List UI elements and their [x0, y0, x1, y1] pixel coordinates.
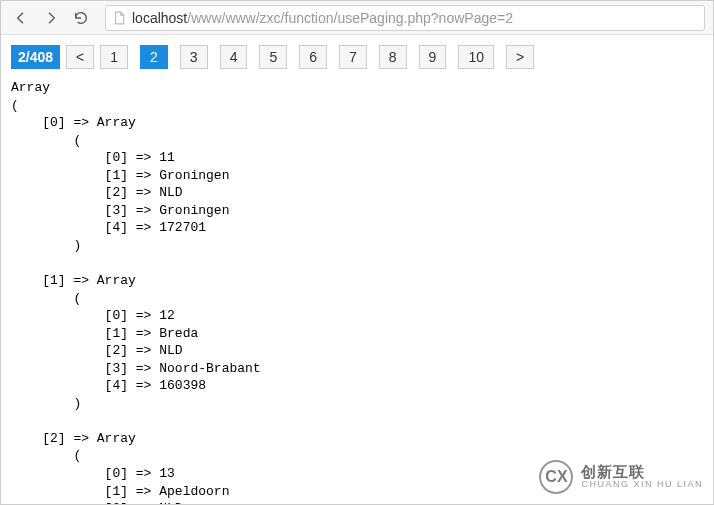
pager-prev[interactable]: < — [66, 45, 94, 69]
watermark-logo: CX — [539, 460, 573, 494]
pager-page-7[interactable]: 7 — [339, 45, 367, 69]
url-host: localhost — [132, 10, 187, 26]
pager-page-10[interactable]: 10 — [458, 45, 494, 69]
page-count-badge: 2/408 — [11, 45, 60, 69]
pager-page-5[interactable]: 5 — [259, 45, 287, 69]
reload-icon[interactable] — [69, 6, 93, 30]
page-icon — [112, 11, 126, 25]
php-array-dump: Array ( [0] => Array ( [0] => 11 [1] => … — [11, 79, 703, 505]
pager-page-6[interactable]: 6 — [299, 45, 327, 69]
pager-page-9[interactable]: 9 — [419, 45, 447, 69]
pagination: 2/408 < 12345678910 > — [11, 45, 703, 69]
browser-toolbar: localhost/www/www/zxc/function/usePaging… — [1, 1, 713, 35]
pager-next[interactable]: > — [506, 45, 534, 69]
pager-page-3[interactable]: 3 — [180, 45, 208, 69]
forward-icon[interactable] — [39, 6, 63, 30]
watermark: CX 创新互联 CHUANG XIN HU LIAN — [539, 460, 703, 494]
url-path: /www/www/zxc/function/usePaging.php?nowP… — [187, 10, 513, 26]
pager-page-2[interactable]: 2 — [140, 45, 168, 69]
watermark-cn: 创新互联 — [581, 464, 703, 481]
pager-page-4[interactable]: 4 — [220, 45, 248, 69]
watermark-en: CHUANG XIN HU LIAN — [581, 480, 703, 490]
pager-page-8[interactable]: 8 — [379, 45, 407, 69]
back-icon[interactable] — [9, 6, 33, 30]
address-bar[interactable]: localhost/www/www/zxc/function/usePaging… — [105, 5, 705, 31]
page-content: 2/408 < 12345678910 > Array ( [0] => Arr… — [1, 35, 713, 505]
pager-page-1[interactable]: 1 — [100, 45, 128, 69]
watermark-text: 创新互联 CHUANG XIN HU LIAN — [581, 464, 703, 490]
